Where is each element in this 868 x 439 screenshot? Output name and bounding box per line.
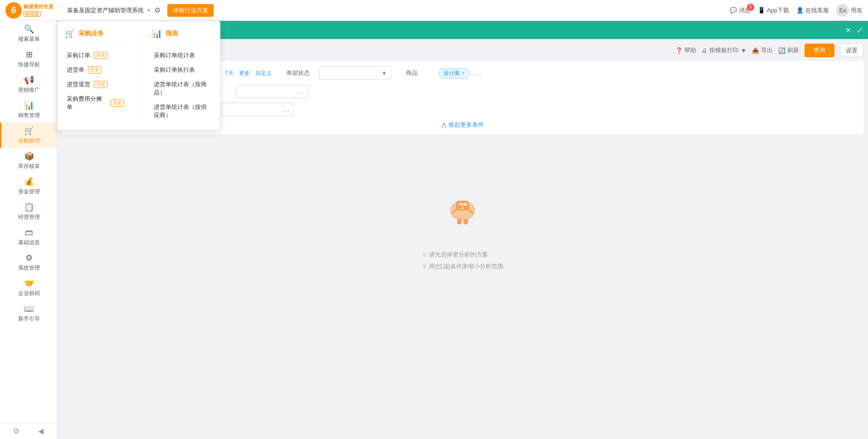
search-icon: 🔍 [24,24,34,34]
app-download-btn[interactable]: 📱 App下载 [758,6,789,15]
help-icon: ❓ [675,47,683,54]
sidebar-label-finance: 资金管理 [18,188,40,196]
goods-return-label: 进货退货 [67,80,90,89]
print-dropdown-icon[interactable]: ▼ [741,47,746,54]
menu-item-goods-receipt[interactable]: 进货单 历史 [65,63,126,77]
refresh-btn[interactable]: 🔄 刷新 [778,46,799,54]
goods-return-history: 历史 [94,81,107,88]
message-btn[interactable]: 💬 消息 5 [730,6,751,15]
operation-icon: 📋 [24,202,34,212]
purchase-dropdown-menu: 🛒 采购业务 采购订单 历史 进货单 历史 进货退货 历史 采购费用分摊单 历史 [57,21,220,130]
sidebar-label-marketing: 营销推广 [18,86,40,94]
menu-item-order-exec[interactable]: 采购订单执行表 [152,63,213,77]
sidebar-item-sales[interactable]: 📊 销售管理 [0,97,57,123]
order-stats-label: 采购订单统计表 [154,51,195,59]
app-download-icon: 📱 [758,7,765,14]
svg-rect-6 [461,207,464,209]
sidebar-item-inventory[interactable]: 📦 库存核算 [0,148,57,173]
goods-tag-remove[interactable]: × [462,70,465,76]
report-section-label: 报表 [166,30,178,38]
system-dropdown-arrow[interactable]: ▼ [146,8,151,13]
menu-item-order-stats[interactable]: 采购订单统计表 [152,48,213,63]
help-btn[interactable]: ❓ 帮助 [675,46,696,54]
menu-item-purchase-order[interactable]: 采购订单 历史 [65,48,126,63]
receipt-stats-goods-label: 进货单统计表（按商品） [154,80,211,97]
app-container: 6 畅捷通好生意 标准版 装备及固定资产辅助管理系统 ▼ ⚙ 体验行业方案 💬 … [0,0,868,439]
empty-state: 请先选择要分析的方案 用[过滤]条件来缩小分析范围 [62,138,863,320]
message-badge: 5 [747,4,754,11]
menu-item-goods-return[interactable]: 进货退货 历史 [65,77,126,92]
inventory-icon: 📦 [24,151,34,161]
sidebar-label-purchase: 采购管理 [18,137,40,145]
tab-expand-icon[interactable]: ⤢ [855,24,864,36]
collapse-btn[interactable]: ⋀ 收起更多条件 [442,121,484,129]
svg-point-4 [460,203,462,205]
voucher-status-input[interactable]: ▼ [319,66,391,80]
voucher-status-arrow: ▼ [381,70,387,77]
sidebar-item-marketing[interactable]: 📢 营销推广 [0,72,57,97]
basic-info-icon: 🗃 [25,228,33,237]
sidebar-collapse-icon[interactable]: ◀ [38,427,44,435]
sidebar-item-basic-info[interactable]: 🗃 基础信息 [0,224,57,250]
tab-bar-right: ✕ ⤢ [844,24,868,36]
sidebar-label-system: 系统管理 [18,264,40,272]
setting-btn[interactable]: 设置 [840,44,863,57]
logo-text: 畅捷通好生意 [24,3,54,10]
quick-7days[interactable]: 7天 [225,69,234,77]
print-btn[interactable]: 🖨 按模板打印 ▼ [702,46,746,54]
sidebar-item-operation[interactable]: 📋 经营管理 [0,199,57,224]
salesperson-input[interactable]: … [236,84,308,98]
refresh-label: 刷新 [787,46,799,54]
query-btn[interactable]: 查询 [805,44,834,57]
sidebar-item-enterprise[interactable]: 🤝 企业协同 [0,275,57,301]
goods-filter-more[interactable]: … [474,69,482,77]
voucher-status-label: 单据状态 [286,69,313,77]
user-label: 用友 [851,6,863,15]
user-menu-btn[interactable]: Ea 用友 [836,4,863,17]
logo-area: 6 畅捷通好生意 标准版 [5,2,63,19]
purchase-business-section: 🛒 采购业务 采购订单 历史 进货单 历史 进货退货 历史 采购费用分摊单 历史 [65,29,126,123]
message-icon: 💬 [730,7,737,14]
quick-more[interactable]: 更多 [239,69,250,77]
export-btn[interactable]: 📤 导出 [752,46,773,54]
online-service-icon: 👤 [796,7,804,14]
quick-custom[interactable]: 自定义 [255,69,272,77]
system-title-text: 装备及固定资产辅助管理系统 [67,6,144,15]
online-service-label: 在线客服 [805,6,829,15]
guide-icon: 📖 [24,304,34,314]
export-label: 导出 [761,46,773,54]
online-service-btn[interactable]: 👤 在线客服 [796,6,829,15]
goods-filter: 设计素 × … [439,68,482,79]
tab-close-all-icon[interactable]: ✕ [844,24,853,36]
empty-robot-icon [440,186,485,240]
menu-item-receipt-stats-goods[interactable]: 进货单统计表（按商品） [152,77,213,100]
menu-item-purchase-expense[interactable]: 采购费用分摊单 历史 [65,92,126,114]
sidebar-label-operation: 经营管理 [18,213,40,221]
sidebar-label-enterprise: 企业协同 [18,290,40,297]
customer-more[interactable]: … [283,105,290,113]
purchase-icon: 🛒 [24,126,34,136]
report-section-title: 📊 报表 [152,29,213,43]
empty-hint1: 请先选择要分析的方案 [422,251,488,258]
settings-gear-icon[interactable]: ⚙ [151,4,164,17]
sidebar-settings-icon[interactable]: ⚙ [13,427,20,435]
industry-btn[interactable]: 体验行业方案 [167,4,214,17]
sidebar-label-inventory: 库存核算 [18,163,40,170]
sidebar-label-basic-info: 基础信息 [18,239,40,247]
empty-text: 请先选择要分析的方案 用[过滤]条件来缩小分析范围 [422,249,503,272]
sidebar-item-quick-nav[interactable]: ⊞ 快捷导航 [0,46,57,72]
sidebar-item-purchase[interactable]: 🛒 采购管理 [0,123,57,148]
sidebar-item-finance[interactable]: 💰 资金管理 [0,173,57,199]
top-right: 💬 消息 5 📱 App下载 👤 在线客服 Ea 用友 [730,4,863,17]
purchase-expense-history: 历史 [111,99,124,107]
refresh-icon: 🔄 [778,47,785,54]
sidebar-item-search[interactable]: 🔍 搜索菜单 [0,21,57,46]
goods-tag[interactable]: 设计素 × [439,68,470,79]
sidebar-item-system[interactable]: ⚙ 系统管理 [0,250,57,275]
menu-item-receipt-stats-supplier[interactable]: 进货单统计表（按供应商） [152,100,213,123]
sidebar-item-guide[interactable]: 📖 新手引导 [0,301,57,326]
salesperson-more[interactable]: … [297,87,304,95]
print-icon: 🖨 [702,47,707,54]
marketing-icon: 📢 [24,75,34,85]
customer-input[interactable]: … [221,103,294,116]
